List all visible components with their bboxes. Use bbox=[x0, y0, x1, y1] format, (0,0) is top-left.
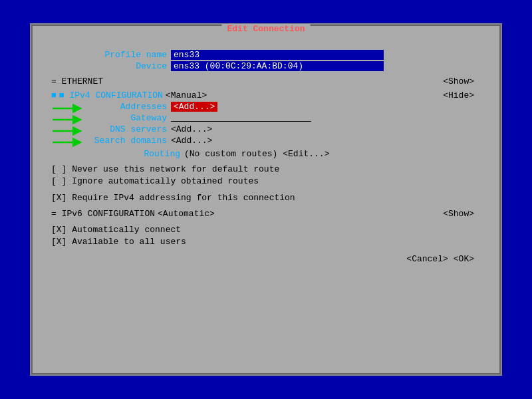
addresses-add[interactable]: <Add...> bbox=[171, 102, 217, 112]
ipv6-section: = IPv6 CONFIGURATION <Automatic> <Show> bbox=[51, 209, 481, 219]
cancel-button[interactable]: <Cancel> bbox=[406, 254, 448, 264]
ok-button[interactable]: <OK> bbox=[454, 254, 474, 264]
ethernet-show[interactable]: <Show> bbox=[443, 76, 474, 86]
profile-name-value[interactable]: ens33 bbox=[171, 50, 384, 60]
edit-connection-window: Edit Connection Profile name ens33 Devic… bbox=[30, 23, 502, 376]
ipv4-config-row: ■ ■ IPv4 CONFIGURATION <Manual> <Hide> bbox=[51, 90, 481, 100]
ipv4-hide[interactable]: <Hide> bbox=[443, 90, 474, 100]
device-label: Device bbox=[51, 61, 171, 71]
profile-name-row: Profile name ens33 bbox=[51, 50, 481, 60]
ethernet-section: = ETHERNET <Show> bbox=[51, 76, 481, 86]
ipv6-label: = IPv6 CONFIGURATION bbox=[51, 209, 155, 219]
never-default-row[interactable]: [ ] Never use this network for default r… bbox=[51, 164, 481, 174]
dns-add[interactable]: <Add...> bbox=[171, 124, 212, 134]
ipv6-mode[interactable]: <Automatic> bbox=[158, 209, 215, 219]
ipv4-bullet: ■ bbox=[51, 90, 57, 100]
arrow-gateway bbox=[51, 114, 84, 125]
search-add[interactable]: <Add...> bbox=[171, 136, 212, 146]
ipv6-show[interactable]: <Show> bbox=[443, 209, 474, 219]
arrow-search bbox=[51, 137, 84, 148]
gateway-row: Gateway ___________________________ bbox=[65, 113, 481, 123]
dns-row: DNS servers <Add...> bbox=[65, 124, 481, 134]
routing-label: Routing bbox=[78, 149, 184, 159]
auto-connect-row[interactable]: [X] Automatically connect bbox=[51, 225, 481, 235]
action-buttons: <Cancel> <OK> bbox=[51, 254, 481, 264]
profile-name-label: Profile name bbox=[51, 50, 171, 60]
addresses-row: Addresses <Add...> bbox=[65, 102, 481, 112]
routing-row: Routing (No custom routes) <Edit...> bbox=[78, 149, 481, 159]
arrow-addresses bbox=[51, 103, 84, 114]
device-value[interactable]: ens33 (00:0C:29:AA:BD:04) bbox=[171, 61, 384, 71]
ipv4-label: ■ IPv4 CONFIGURATION bbox=[59, 90, 163, 100]
gateway-value[interactable]: ___________________________ bbox=[171, 113, 317, 123]
require-ipv4-row[interactable]: [X] Require IPv4 addressing for this con… bbox=[51, 193, 481, 203]
ipv4-mode[interactable]: <Manual> bbox=[166, 90, 207, 100]
ignore-routes-row[interactable]: [ ] Ignore automatically obtained routes bbox=[51, 176, 481, 186]
device-row: Device ens33 (00:0C:29:AA:BD:04) bbox=[51, 61, 481, 71]
arrow-dns bbox=[51, 126, 84, 136]
ethernet-label: = ETHERNET bbox=[51, 76, 103, 86]
search-row: Search domains <Add...> bbox=[65, 136, 481, 146]
window-title: Edit Connection bbox=[221, 24, 310, 34]
routing-value[interactable]: (No custom routes) <Edit...> bbox=[184, 149, 329, 159]
all-users-row[interactable]: [X] Available to all users bbox=[51, 237, 481, 247]
